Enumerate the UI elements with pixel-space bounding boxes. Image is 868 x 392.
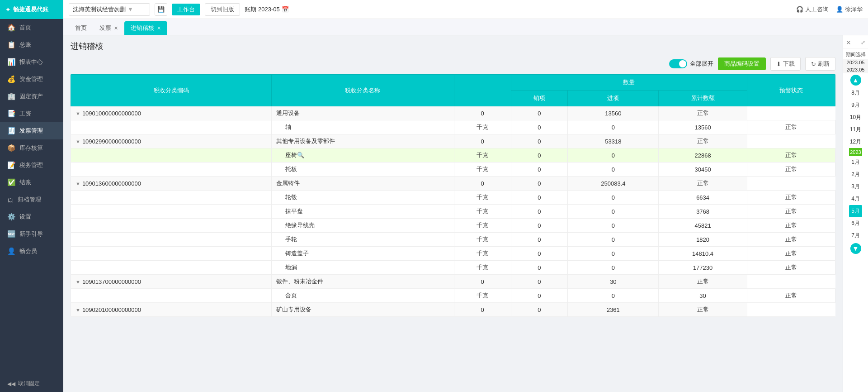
cell-sales: 0: [454, 303, 511, 317]
panel-close-button[interactable]: ✕: [846, 39, 851, 46]
month-item[interactable]: 3月: [849, 181, 862, 193]
month-item[interactable]: 7月: [849, 229, 862, 242]
tabbar: 首页 发票 ✕ 进销稽核 ✕: [63, 19, 868, 35]
sidebar-item-report[interactable]: 📊 报表中心: [0, 53, 63, 71]
cell-sales: 0: [511, 120, 568, 134]
sidebar-label-tax: 税务管理: [19, 161, 43, 169]
company-selector[interactable]: 沈海英测试经营勿删 ▼: [69, 3, 150, 16]
month-item[interactable]: 8月: [849, 87, 862, 99]
cell-tax-name: 矿山专用设备: [272, 303, 454, 317]
tab-home[interactable]: 首页: [69, 21, 93, 35]
month-item[interactable]: 12月: [849, 136, 862, 148]
sidebar-item-stock[interactable]: 📦 库存核算: [0, 139, 63, 157]
expand-icon[interactable]: ▼: [75, 279, 80, 285]
cell-sales: 0: [511, 191, 568, 205]
sidebar-item-tax[interactable]: 📝 税务管理: [0, 157, 63, 174]
cell-tax-code: ▼109013700000000000: [71, 275, 272, 289]
save-button[interactable]: 💾: [155, 3, 167, 16]
cell-purchase: 0: [511, 134, 568, 148]
period-select-label: 期间选择: [844, 48, 868, 59]
user-avatar-icon: 👤: [836, 6, 843, 13]
user-info[interactable]: 👤 徐泽华: [836, 5, 863, 14]
panel-header: ✕ ⤢: [843, 37, 868, 48]
sidebar-item-capital[interactable]: 💰 资金管理: [0, 71, 63, 88]
table-row: 轮毂 千克 0 0 6634 正常: [71, 191, 835, 205]
download-icon: ⬇: [776, 61, 781, 67]
sidebar-item-invoice[interactable]: 🧾 发票管理: [0, 122, 63, 139]
month-item[interactable]: 10月: [849, 111, 862, 124]
toggle-switch[interactable]: [669, 59, 687, 68]
cell-sales: 0: [511, 289, 568, 303]
pin-icon: ◀◀: [7, 381, 15, 387]
expand-icon[interactable]: ▼: [75, 111, 80, 116]
cell-purchase: 0: [568, 289, 659, 303]
cell-purchase: 0: [511, 275, 568, 289]
tab-invoice-label: 发票: [99, 24, 111, 32]
cell-tax-code: [71, 120, 272, 134]
cell-total: 2361: [568, 303, 659, 317]
month-item[interactable]: 9月: [849, 99, 862, 111]
sidebar-item-home[interactable]: 🏠 首页: [0, 19, 63, 36]
toggle-label: 全部展开: [690, 60, 713, 68]
sidebar-item-salary[interactable]: 📑 工资: [0, 105, 63, 122]
cell-tax-name: 锻件、粉末冶金件: [272, 275, 454, 289]
sidebar-item-settings[interactable]: ⚙️ 设置: [0, 208, 63, 225]
cell-tax-name: 手轮: [272, 233, 454, 247]
cell-tax-code: ▼109013600000000000: [71, 177, 272, 191]
month-item[interactable]: 1月: [849, 156, 862, 168]
cell-status: 正常: [747, 205, 835, 219]
product-code-button[interactable]: 商品编码设置: [718, 57, 766, 70]
month-item[interactable]: 11月: [849, 124, 862, 136]
period-selector[interactable]: 账期 2023-05 📅: [245, 5, 289, 14]
refresh-button[interactable]: ↻ 刷新: [805, 57, 835, 71]
settings-icon: ⚙️: [7, 213, 16, 221]
ledger-icon: 📋: [7, 41, 16, 49]
reconcile-table: 税收分类编码 税收分类名称 数量 预警状态 销项 进项 累计数额 ▼109010…: [71, 74, 835, 317]
cell-tax-name: 座椅🔍: [272, 148, 454, 163]
panel-expand-button[interactable]: ⤢: [861, 39, 865, 46]
cell-purchase: 0: [568, 191, 659, 205]
sidebar-label-stock: 库存核算: [19, 144, 43, 152]
scroll-up-button[interactable]: ▲: [850, 75, 861, 86]
sidebar-item-settle[interactable]: ✅ 结账: [0, 174, 63, 191]
cell-total: 13560: [568, 106, 659, 120]
cell-tax-name: 轴: [272, 120, 454, 134]
tab-invoice-close[interactable]: ✕: [114, 25, 118, 31]
download-label: 下载: [783, 60, 795, 68]
month-item[interactable]: 4月: [849, 193, 862, 205]
service-link[interactable]: 🎧 人工咨询: [796, 5, 829, 14]
year-label: 2023: [849, 148, 862, 156]
scroll-down-button[interactable]: ▼: [850, 243, 861, 254]
workbench-button[interactable]: 工作台: [172, 4, 200, 15]
download-button[interactable]: ⬇ 下载: [770, 57, 801, 71]
month-item[interactable]: 5月: [849, 205, 862, 217]
table-row: 地漏 千克 0 0 177230 正常: [71, 261, 835, 275]
sidebar-item-guide[interactable]: 🆕 新手引导: [0, 225, 63, 243]
cell-total: 177230: [659, 261, 747, 275]
switch-old-button[interactable]: 切到旧版: [205, 3, 240, 16]
sidebar-item-asset[interactable]: 🏢 固定资产: [0, 88, 63, 105]
tab-reconcile[interactable]: 进销稽核 ✕: [124, 21, 167, 35]
toggle-expand[interactable]: 全部展开: [669, 59, 713, 68]
cell-unit: 千克: [454, 219, 511, 233]
sidebar-item-ledger[interactable]: 📋 总账: [0, 36, 63, 53]
topbar-right: 🎧 人工咨询 👤 徐泽华: [796, 5, 863, 14]
app-logo: ✦ 畅捷通易代账: [0, 0, 63, 19]
expand-icon[interactable]: ▼: [75, 139, 80, 144]
col-quantity-group: 数量: [511, 75, 747, 91]
month-item[interactable]: 2月: [849, 168, 862, 181]
company-name: 沈海英测试经营勿删: [73, 5, 126, 14]
sidebar-item-member[interactable]: 👤 畅会员: [0, 243, 63, 260]
tab-invoice[interactable]: 发票 ✕: [93, 21, 124, 35]
sidebar-item-archive[interactable]: 🗂 归档管理: [0, 191, 63, 208]
month-item[interactable]: 6月: [849, 217, 862, 229]
cell-status: 正常: [747, 163, 835, 177]
cell-purchase: 0: [568, 120, 659, 134]
guide-icon: 🆕: [7, 230, 16, 238]
unpin-button[interactable]: ◀◀ 取消固定: [0, 375, 63, 392]
tab-reconcile-close[interactable]: ✕: [157, 25, 161, 31]
expand-icon[interactable]: ▼: [75, 307, 80, 313]
cell-tax-code: [71, 233, 272, 247]
search-icon[interactable]: 🔍: [297, 152, 304, 158]
expand-icon[interactable]: ▼: [75, 181, 80, 186]
